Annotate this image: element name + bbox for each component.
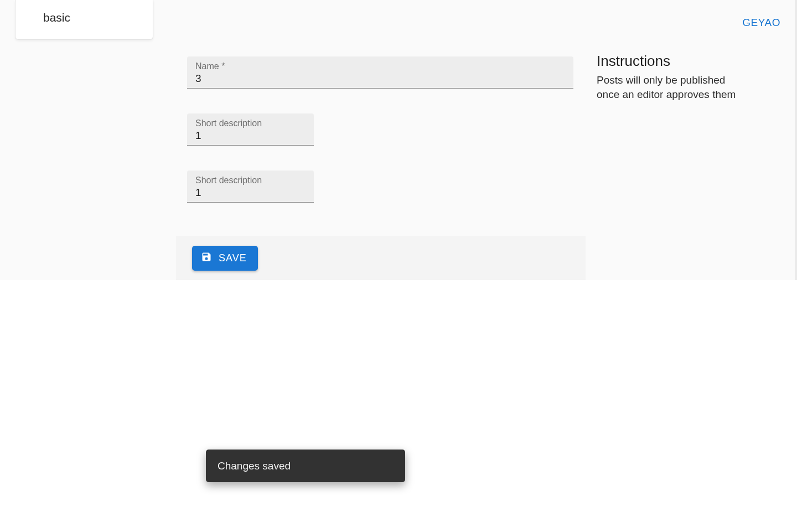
form-column: Name * Short description Short descripti…	[187, 56, 586, 203]
save-icon	[201, 251, 212, 265]
field-name-label: Name *	[195, 61, 565, 71]
instructions-body: Posts will only be published once an edi…	[597, 73, 741, 101]
scroll-gutter	[795, 0, 797, 280]
instructions-panel: Instructions Posts will only be publishe…	[597, 53, 741, 101]
field-short2-label: Short description	[195, 175, 306, 185]
card-basic: basic	[15, 0, 153, 40]
top-region: basic GEYAO Name * Short description Sho…	[0, 0, 797, 280]
snackbar: Changes saved	[206, 450, 405, 482]
short-description-input-2[interactable]	[195, 187, 306, 199]
user-link-geyao[interactable]: GEYAO	[742, 17, 780, 29]
short-description-input-1[interactable]	[195, 130, 306, 142]
save-button-label: SAVE	[219, 252, 247, 264]
instructions-heading: Instructions	[597, 53, 741, 70]
snackbar-text: Changes saved	[218, 460, 291, 472]
form-toolbar: SAVE	[176, 236, 586, 280]
card-title: basic	[43, 11, 70, 24]
field-short1-label: Short description	[195, 118, 306, 128]
name-input[interactable]	[195, 73, 565, 85]
field-short-description-1: Short description	[187, 113, 586, 146]
save-button[interactable]: SAVE	[192, 246, 258, 271]
field-name: Name *	[187, 56, 586, 89]
field-short-description-2: Short description	[187, 171, 586, 203]
